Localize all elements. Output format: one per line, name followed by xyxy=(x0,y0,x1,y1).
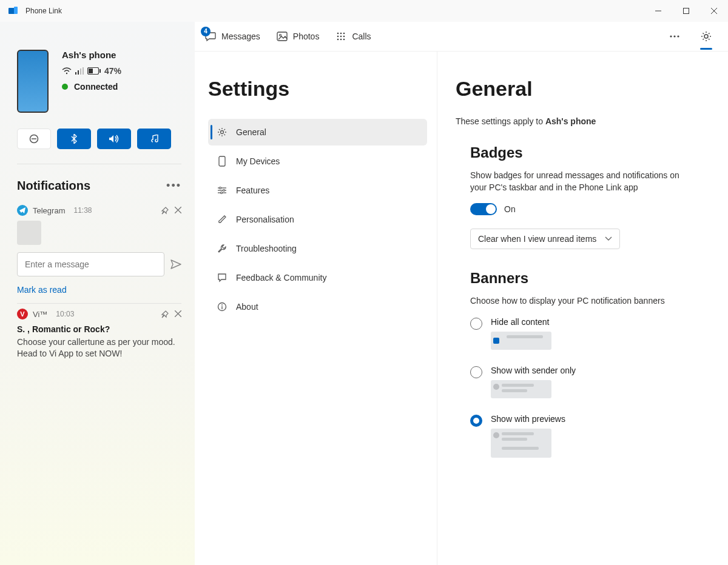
phone-thumbnail[interactable] xyxy=(17,50,49,113)
svg-point-29 xyxy=(340,38,342,40)
banner-option-label: Hide all content xyxy=(491,317,551,327)
general-title: General xyxy=(456,77,710,101)
notifications-header: Notifications ••• xyxy=(0,164,195,200)
settings-item-label: My Devices xyxy=(236,156,280,166)
dnd-button[interactable] xyxy=(17,129,51,149)
sidebar: Ash's phone 47% Connected xyxy=(0,22,195,565)
notification-app-name: Vi™ xyxy=(33,310,47,319)
bluetooth-button[interactable] xyxy=(57,129,91,149)
settings-item-general[interactable]: General xyxy=(208,119,427,145)
notification-title: S. , Romantic or Rock? xyxy=(17,324,181,334)
notification-item[interactable]: Telegram 11:38 Mark as read xyxy=(0,200,195,303)
minimize-button[interactable] xyxy=(644,0,672,22)
battery-icon xyxy=(87,67,101,75)
maximize-button[interactable] xyxy=(672,0,700,22)
svg-point-24 xyxy=(343,32,345,34)
tab-calls[interactable]: Calls xyxy=(335,30,371,42)
settings-item-features[interactable]: Features xyxy=(208,177,427,204)
device-status-row: 47% xyxy=(62,66,121,76)
svg-point-31 xyxy=(670,35,672,37)
notification-body: Choose your callertune as per your mood.… xyxy=(17,336,181,359)
music-icon xyxy=(150,135,158,143)
settings-active-indicator xyxy=(700,48,712,50)
svg-point-42 xyxy=(221,192,223,194)
more-button[interactable] xyxy=(665,27,684,46)
badges-toggle[interactable] xyxy=(470,203,497,215)
settings-button[interactable] xyxy=(696,27,716,46)
notifications-more-button[interactable]: ••• xyxy=(166,179,181,192)
badges-section: Badges Show badges for unread messages a… xyxy=(456,144,710,249)
bluetooth-icon xyxy=(71,134,77,144)
notification-app-name: Telegram xyxy=(33,206,65,215)
vi-icon: V xyxy=(17,309,28,319)
svg-point-32 xyxy=(673,35,675,37)
notification-time: 10:03 xyxy=(56,310,74,318)
svg-rect-7 xyxy=(75,72,76,75)
banner-option-with-previews[interactable]: Show with previews xyxy=(470,414,710,458)
feedback-icon xyxy=(217,273,227,282)
mark-as-read-link[interactable]: Mark as read xyxy=(17,285,67,295)
banner-option-sender-only[interactable]: Show with sender only xyxy=(470,366,710,398)
tab-photos[interactable]: Photos xyxy=(276,30,320,42)
svg-point-28 xyxy=(337,38,339,40)
radio-unchecked-icon xyxy=(470,318,482,330)
gear-icon xyxy=(217,127,227,137)
svg-rect-1 xyxy=(14,7,18,14)
svg-point-6 xyxy=(66,73,67,74)
svg-point-41 xyxy=(223,190,225,192)
pin-icon xyxy=(161,207,169,215)
settings-item-about[interactable]: About xyxy=(208,293,427,320)
dismiss-notification-button[interactable] xyxy=(175,310,181,318)
signal-icon xyxy=(75,67,84,75)
banner-option-hide-all[interactable]: Hide all content xyxy=(470,317,710,350)
settings-item-label: Feedback & Community xyxy=(236,273,326,282)
settings-item-label: Troubleshooting xyxy=(236,244,297,253)
settings-item-my-devices[interactable]: My Devices xyxy=(208,148,427,175)
svg-point-30 xyxy=(343,38,345,40)
brush-icon xyxy=(217,215,227,224)
status-dot-icon xyxy=(62,84,68,90)
settings-item-label: Features xyxy=(236,186,269,195)
settings-item-personalisation[interactable]: Personalisation xyxy=(208,206,427,233)
connection-label: Connected xyxy=(74,82,118,92)
svg-point-35 xyxy=(221,131,224,134)
svg-point-33 xyxy=(677,35,679,37)
radio-checked-icon xyxy=(470,415,482,427)
pin-icon xyxy=(161,310,169,318)
notification-item[interactable]: V Vi™ 10:03 S. , Romantic or Rock? Choos… xyxy=(0,304,195,368)
svg-rect-36 xyxy=(219,156,225,166)
photos-icon xyxy=(277,32,288,41)
close-icon xyxy=(175,207,181,213)
connection-row: Connected xyxy=(62,82,121,92)
wrench-icon xyxy=(217,244,227,253)
tab-label: Calls xyxy=(352,32,371,41)
music-button[interactable] xyxy=(137,129,171,149)
top-nav: 4 Messages Photos xyxy=(195,22,728,51)
banners-description: Choose how to display your PC notificati… xyxy=(470,295,710,307)
settings-item-troubleshooting[interactable]: Troubleshooting xyxy=(208,235,427,262)
volume-button[interactable] xyxy=(97,129,131,149)
dismiss-notification-button[interactable] xyxy=(175,207,181,215)
notification-image-placeholder xyxy=(17,221,41,245)
close-icon xyxy=(175,310,181,317)
badges-clear-dropdown[interactable]: Clear when I view unread items xyxy=(470,229,620,249)
settings-item-feedback[interactable]: Feedback & Community xyxy=(208,264,427,291)
send-reply-button[interactable] xyxy=(170,259,181,269)
svg-rect-10 xyxy=(83,67,84,75)
settings-item-label: Personalisation xyxy=(236,215,294,224)
titlebar: Phone Link xyxy=(0,0,728,22)
svg-point-21 xyxy=(279,34,281,36)
device-card: Ash's phone 47% Connected xyxy=(0,22,195,113)
badges-toggle-label: On xyxy=(504,204,516,214)
close-button[interactable] xyxy=(700,0,728,22)
settings-item-label: About xyxy=(236,302,258,312)
pin-notification-button[interactable] xyxy=(161,310,169,318)
messages-badge: 4 xyxy=(201,27,211,36)
tab-messages[interactable]: 4 Messages xyxy=(204,30,260,42)
banners-title: Banners xyxy=(470,270,710,287)
app-icon xyxy=(8,7,19,15)
phone-icon xyxy=(218,156,226,167)
telegram-icon xyxy=(17,205,28,216)
notification-reply-input[interactable] xyxy=(17,252,164,276)
pin-notification-button[interactable] xyxy=(161,207,169,215)
